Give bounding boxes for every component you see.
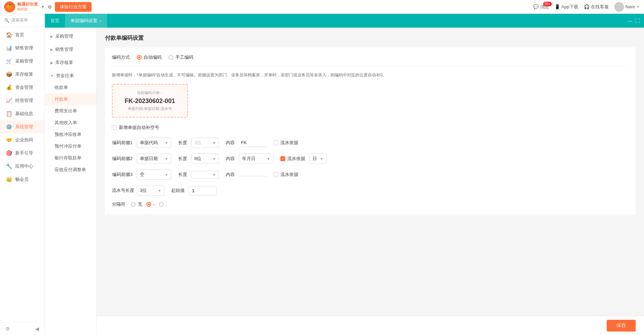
prefix2-select[interactable]: 单据日期 ▼ [137,153,171,164]
sep-dot-radio[interactable]: . [159,202,167,207]
sidebar-label-purchase: 采购管理 [15,58,33,64]
auto-code-radio-circle [137,55,142,60]
submenu-header-sales[interactable]: ▶ 销售管理 [45,44,96,55]
sidebar-item-appstore[interactable]: 🔧 应用中心 [0,160,45,173]
experience-btn[interactable]: 体验行业方案 [55,2,92,12]
submenu-item-ap-adjust-label: 应收应付调整单 [55,167,86,172]
purchase-icon: 🛒 [6,58,12,64]
prefix1-length-select[interactable]: 2位 ▼ [191,138,219,148]
tab-close-icon[interactable]: × [99,19,102,23]
sidebar-item-finance[interactable]: 💰 资金管理 [0,81,45,94]
sidebar-item-basic[interactable]: 📋 基础信息 [0,107,45,120]
code-preview-label: 当前编码示例： [119,90,180,95]
prefix1-length-arrow: ▼ [212,141,216,145]
prefix1-length-label: 长度 [178,140,187,146]
sep-dash-circle [146,202,151,207]
sidebar-item-enterprise[interactable]: 🤝 企业协同 [0,133,45,147]
sidebar-item-home[interactable]: 🏠 首页 [0,28,45,41]
sep-none-circle [131,202,136,207]
serial-length-value: 3位 [140,187,147,194]
sidebar-item-sales[interactable]: 📊 销售管理 [0,41,45,55]
message-btn[interactable]: 💬 消息 99+ [533,4,549,10]
sidebar-item-system[interactable]: ⚙️ 系统管理 [0,120,45,133]
sidebar-item-newbie[interactable]: 🎯 新手引导 [0,147,45,160]
submenu-group-sales: ▶ 销售管理 [45,44,96,55]
submenu-item-ap-adjust[interactable]: 应收应付调整单 [45,164,96,176]
app-download-btn[interactable]: 📱 App下载 [555,4,578,10]
submenu-item-receipt[interactable]: 收款单 [45,82,96,93]
submenu-header-inventory[interactable]: ▶ 库存核算 [45,57,96,68]
submenu-item-pre-payable[interactable]: 预付冲应付单 [45,140,96,152]
start-value-input[interactable] [189,186,217,195]
sidebar-item-inventory[interactable]: 📦 库存核算 [0,68,45,81]
sep-none-label: 无 [138,201,142,207]
online-service-label: 在线客服 [591,4,609,10]
submenu-item-pre-receivable-label: 预收冲应收单 [55,132,81,137]
submenu-item-pre-receivable[interactable]: 预收冲应收单 [45,129,96,140]
prefix1-arrow: ▼ [165,141,168,145]
submenu-item-payment-label: 付款单 [55,96,68,102]
sidebar-item-operation[interactable]: 📈 经营管理 [0,94,45,107]
prefix1-label: 编码前缀1 [112,140,133,146]
prefix3-serial-checkbox[interactable]: 流水依据 [273,171,298,178]
settings-card: 编码方式 自动编码 手工编码 [105,47,636,214]
submenu-header-finance[interactable]: ▼ 资金往来 [45,70,96,82]
prefix2-content-label: 内容 [226,156,235,162]
serial-length-select[interactable]: 3位 ▼ [137,185,164,196]
encoding-method-label: 编码方式 [112,54,130,61]
manual-code-radio[interactable]: 手工编码 [169,54,193,61]
separator-options: 无 - . [131,201,167,207]
user-dropdown-arrow: ▼ [636,5,640,9]
sidebar-item-member[interactable]: 👑 畅会员 [0,173,45,186]
user-profile[interactable]: Nare ▼ [614,2,640,12]
prefix1-content-label: 内容 [226,140,235,146]
prefix1-content-value: FK [239,139,267,147]
sidebar-label-sales: 销售管理 [15,45,33,51]
sidebar-nav: 🏠 首页 📊 销售管理 🛒 采购管理 📦 库存核算 💰 资金管理 📈 经 [0,27,45,322]
tab-fullscreen-icon[interactable]: ⛶ [635,18,640,24]
online-service-btn[interactable]: 🎧 在线客服 [584,4,609,10]
submenu-group-inventory: ▶ 库存核算 [45,57,96,68]
auto-code-radio[interactable]: 自动编码 [137,54,162,61]
prefix1-select[interactable]: 单据代码 ▼ [137,138,171,148]
submenu-item-expense[interactable]: 费用支出单 [45,105,96,117]
submenu-item-other-income[interactable]: 其他收入单 [45,117,96,129]
prefix3-length-select[interactable]: ▼ [191,171,219,179]
submenu-item-payment[interactable]: 付款单 [45,93,96,105]
tab-bar-right: — ⛶ [627,18,644,24]
auto-fill-checkbox[interactable] [112,125,117,130]
tab-minimize-icon[interactable]: — [627,18,632,24]
sep-none-radio[interactable]: 无 [131,201,142,207]
collapse-icon[interactable]: ◀ [35,326,39,332]
code-preview-value: FK-20230602-001 [119,97,180,105]
settings-icon[interactable]: ⚙ [48,4,52,10]
user-avatar [614,2,624,12]
operation-icon: 📈 [6,97,12,104]
prefix2-content-select[interactable]: 年月日 ▼ [239,153,273,164]
prefix2-length-select[interactable]: 8位 ▼ [191,153,219,164]
prefix2-day-value: 日 [313,156,317,162]
tab-home[interactable]: 首页 [45,14,65,28]
sidebar-item-purchase[interactable]: 🛒 采购管理 [0,55,45,68]
tab-encoding-settings[interactable]: 单据编码设置 × [65,14,107,28]
sub-sidebar: ▶ 采购管理 ▶ 销售管理 ▶ 库存核算 [45,28,97,335]
submenu-item-bank-deposit-label: 银行存取款单 [55,155,81,160]
sidebar-search[interactable]: 🔍 搜索菜单 [0,14,45,27]
prefix2-serial-check-mark: ✓ [281,157,284,161]
arrow-down-icon[interactable]: ▼ [41,4,45,9]
submenu-label-inventory: 库存核算 [55,59,73,66]
sep-dash-radio[interactable]: - [146,202,155,207]
sidebar-label-appstore: 应用中心 [15,163,33,169]
prefix1-serial-checkbox[interactable]: 流水依据 [273,140,298,146]
submenu-header-purchase[interactable]: ▶ 采购管理 [45,30,96,42]
submenu-item-bank-deposit[interactable]: 银行存取款单 [45,152,96,164]
user-name: Nare [625,4,635,9]
prefix2-serial-checkbox[interactable]: ✓ 流水依据 [280,156,305,162]
prefix2-day-select[interactable]: 日 ▼ [309,153,327,164]
code-preview-sub: 单据代码-单据日期-流水号 [119,106,180,111]
settings-bottom-icon[interactable]: ⚙ [6,326,10,332]
prefix3-select[interactable]: 空 ▼ [137,169,171,180]
prefix2-value: 单据日期 [140,156,158,162]
save-button[interactable]: 保存 [607,320,636,332]
prefix1-serial-checkbox-box [273,140,278,145]
